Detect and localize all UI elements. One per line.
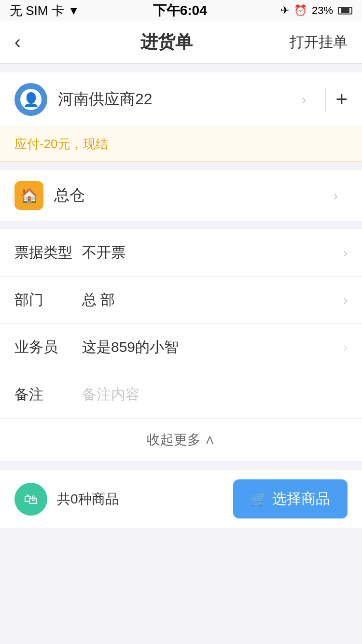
top-divider — [0, 64, 362, 72]
bottom-bar: 🛍 共0种商品 🛒 选择商品 — [0, 469, 362, 528]
invoice-chevron-icon: › — [343, 245, 348, 261]
dept-chevron-icon: › — [343, 293, 348, 308]
warehouse-chevron-icon: › — [333, 187, 338, 204]
supplier-section: 👤 河南供应商22 › + 应付-20元，现结 — [0, 72, 362, 162]
invoice-label: 票据类型 — [14, 243, 82, 263]
dept-value: 总 部 — [82, 290, 343, 310]
collapse-row[interactable]: 收起更多 ∧ — [0, 419, 362, 461]
dept-label: 部门 — [14, 290, 82, 310]
remark-row[interactable]: 备注 备注内容 — [0, 371, 362, 419]
alarm-icon: ⏰ — [294, 4, 307, 17]
open-pending-button[interactable]: 打开挂单 — [290, 32, 348, 52]
warehouse-section: 🏠 总仓 › — [0, 170, 362, 221]
page-title: 进货单 — [140, 30, 193, 54]
notice-bar: 应付-20元，现结 — [0, 127, 362, 162]
empty-area — [0, 528, 362, 644]
home-icon: 🏠 — [20, 187, 38, 204]
invoice-value: 不开票 — [82, 243, 343, 263]
notice-text: 应付-20元，现结 — [14, 137, 108, 151]
add-supplier-button[interactable]: + — [335, 88, 348, 111]
middle-divider-1 — [0, 162, 362, 170]
supplier-name: 河南供应商22 — [58, 89, 301, 110]
status-right: ✈ ⏰ 23% — [280, 4, 352, 17]
remark-label: 备注 — [14, 385, 82, 405]
back-button[interactable]: ‹ — [14, 32, 43, 53]
avatar-inner: 👤 — [20, 89, 42, 110]
warehouse-icon-wrap: 🏠 — [14, 181, 43, 210]
vertical-divider — [325, 87, 326, 112]
goods-count: 共0种商品 — [57, 490, 233, 508]
goods-icon-wrap: 🛍 — [14, 483, 47, 516]
sales-row[interactable]: 业务员 这是859的小智 › — [0, 324, 362, 371]
status-time: 下午6:04 — [153, 1, 207, 20]
supplier-chevron-icon: › — [301, 91, 306, 108]
select-goods-button[interactable]: 🛒 选择商品 — [233, 479, 348, 518]
sales-value: 这是859的小智 — [82, 337, 343, 357]
warehouse-row[interactable]: 🏠 总仓 › — [0, 170, 362, 221]
invoice-row[interactable]: 票据类型 不开票 › — [0, 229, 362, 277]
remark-input[interactable]: 备注内容 — [82, 385, 348, 405]
battery-text: 23% — [312, 4, 333, 17]
warehouse-name: 总仓 — [54, 185, 333, 206]
select-cart-icon: 🛒 — [251, 491, 267, 507]
carrier-text: 无 SIM 卡 — [10, 2, 64, 19]
person-icon: 👤 — [23, 92, 40, 108]
battery-icon — [338, 7, 352, 14]
dept-row[interactable]: 部门 总 部 › — [0, 277, 362, 324]
select-goods-label: 选择商品 — [272, 489, 330, 509]
wifi-icon: ▼ — [68, 4, 80, 17]
nav-bar: ‹ 进货单 打开挂单 — [0, 21, 362, 64]
collapse-text: 收起更多 ∧ — [147, 431, 216, 449]
sales-label: 业务员 — [14, 337, 82, 357]
supplier-row[interactable]: 👤 河南供应商22 › + — [0, 72, 362, 127]
sales-chevron-icon: › — [343, 340, 348, 355]
form-section: 票据类型 不开票 › 部门 总 部 › 业务员 这是859的小智 › 备注 备注… — [0, 229, 362, 461]
status-bar: 无 SIM 卡 ▼ 下午6:04 ✈ ⏰ 23% — [0, 0, 362, 21]
goods-bag-icon: 🛍 — [24, 491, 38, 507]
supplier-avatar: 👤 — [14, 83, 47, 116]
status-left: 无 SIM 卡 ▼ — [10, 2, 79, 19]
location-icon: ✈ — [280, 4, 289, 17]
